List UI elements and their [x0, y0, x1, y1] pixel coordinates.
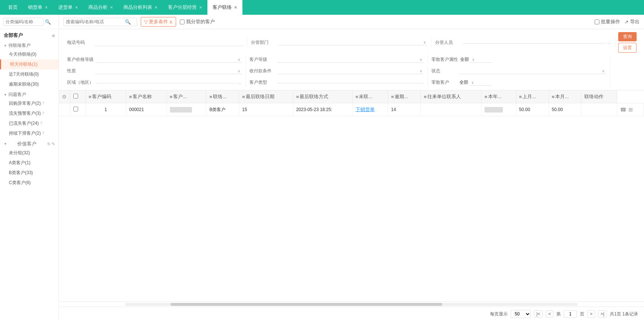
filter-select-customer-type[interactable]: [277, 82, 424, 83]
sidebar-item-declining[interactable]: 持续下滑客户(2) ?: [0, 128, 59, 138]
filter-cell-scatter: 零散客户 全部 ∨: [428, 78, 610, 87]
nav-customer-contact[interactable]: 客户联络 ✕: [207, 0, 242, 15]
sidebar-all-customers[interactable]: 全部客户 «: [0, 29, 59, 40]
close-goods-list-icon[interactable]: ✕: [154, 5, 158, 10]
region-ellipsis[interactable]: …: [238, 80, 242, 84]
cell-this-month: [581, 103, 617, 116]
filter-select-price-grade[interactable]: ∨: [96, 57, 242, 63]
first-page-button[interactable]: |<: [534, 310, 543, 318]
cell-settings: [59, 103, 70, 116]
cell-name[interactable]: [167, 103, 206, 116]
scrollbar-thumb[interactable]: [171, 303, 442, 306]
row-checkbox[interactable]: [73, 107, 78, 111]
settings-icon[interactable]: ⚙: [62, 94, 67, 100]
nav-goods-list[interactable]: 商品分析列表 ✕: [118, 0, 163, 15]
batch-op-checkbox[interactable]: [595, 20, 599, 24]
filter-cell-grade: 客户等级 ∨: [246, 55, 428, 64]
filter-select-status[interactable]: ∨: [459, 68, 606, 74]
filter-label-payment: 收付款条件: [249, 68, 275, 74]
filter-select-scatter[interactable]: ∨: [470, 80, 492, 86]
cell-this-year: 50.00: [516, 103, 549, 116]
chevron-down-icon-7: ∨: [602, 69, 605, 73]
chevron-down-icon-3: ∨: [420, 58, 422, 62]
next-page-button[interactable]: >: [587, 310, 595, 318]
filter-select-payment[interactable]: ∨: [277, 68, 424, 74]
col-header-contact-count: ≡联络...: [206, 90, 239, 103]
filter-icon: ▽: [144, 19, 148, 25]
toolbar-search-icon[interactable]: 🔍: [125, 19, 131, 25]
filter-panel: 电话号码 分管部门 ∨ 分管人员 …: [59, 29, 644, 90]
sidebar-item-churn-warn[interactable]: 流失预警客户(3) ?: [0, 108, 59, 118]
filter-label-price-grade: 客户价格等级: [67, 56, 94, 63]
sidebar-item-week7[interactable]: 近7天待联络(0): [0, 69, 59, 79]
query-button[interactable]: 查询: [618, 32, 637, 41]
sidebar-item-today[interactable]: 今天待联络(0): [0, 49, 59, 59]
sidebar-item-tomorrow[interactable]: 明天待联络(1): [0, 59, 59, 69]
filter-row-2: 客户价格等级 ∨ 客户等级 ∨ 零散客户属性 全部: [63, 55, 640, 64]
filter-select-grade[interactable]: ∨: [277, 57, 424, 63]
scrollbar-track[interactable]: [125, 303, 578, 306]
filter-select-dept[interactable]: ∨: [279, 39, 427, 45]
filter-label-scatter-attr: 零散客户属性: [431, 56, 458, 63]
collapse-icon[interactable]: «: [52, 32, 55, 38]
filter-select-region[interactable]: [96, 82, 237, 83]
nav-customer-tier[interactable]: 客户分层经营 ✕: [163, 0, 207, 15]
sidebar-search-input[interactable]: [3, 18, 43, 26]
last-page-button[interactable]: >|: [598, 310, 607, 318]
col-header-this-month: ≡本月...: [549, 90, 581, 103]
toolbar-search-input[interactable]: [66, 19, 125, 24]
per-page-select[interactable]: 50 100 200: [511, 310, 531, 318]
customer-table: ⚙ ≡客户编码 ≡客户名称 ≡客户... ≡联络...: [59, 90, 644, 116]
col-checkbox: [70, 90, 85, 103]
sidebar-item-class-b[interactable]: B类客户(33): [0, 168, 59, 178]
sidebar-search-icon[interactable]: 🔍: [45, 19, 51, 25]
chevron-down-icon-5: ∨: [238, 69, 240, 73]
sidebar-item-class-a[interactable]: A类客户(1): [0, 158, 59, 168]
sidebar-item-ungrouped[interactable]: 未分组(32): [0, 148, 59, 158]
filter-cell-scatter-attr: 零散客户属性 全部 ∨: [428, 55, 610, 64]
close-goods-analysis-icon[interactable]: ✕: [110, 5, 113, 10]
filter-cell-status: 状态 ∨: [428, 66, 610, 76]
page-number-input[interactable]: [564, 310, 577, 318]
select-all-checkbox[interactable]: [73, 94, 78, 99]
close-sales-icon[interactable]: ✕: [45, 5, 48, 10]
filter-row-4: 区域（地区） … 客户类型 零散客户 全部 ∨: [63, 78, 640, 87]
close-customer-tier-icon[interactable]: ✕: [199, 5, 202, 10]
filter-label-scatter: 零散客户: [431, 79, 457, 86]
filter-cell-region: 区域（地区） …: [63, 78, 246, 87]
col-header-contact-person: ≡往来单位联系人: [421, 90, 482, 103]
main-layout: 🔍 全部客户 « 待联络客户 今天待联络(0) 明天待联络(1) 近7天待联络(…: [0, 15, 644, 321]
prev-page-button[interactable]: <: [546, 310, 553, 318]
close-purchase-icon[interactable]: ✕: [75, 5, 78, 10]
col-header-last-month: ≡上月...: [516, 90, 549, 103]
set-button[interactable]: 设置: [618, 43, 637, 53]
sidebar-item-class-c[interactable]: C类客户(6): [0, 178, 59, 188]
more-action-icon[interactable]: ⊞: [629, 107, 633, 113]
cell-contact-count: 15: [239, 103, 293, 116]
filter-select-person[interactable]: [463, 42, 606, 44]
cell-last-method[interactable]: 下销货单: [352, 103, 388, 116]
person-ellipsis[interactable]: …: [608, 41, 611, 45]
my-customers-checkbox[interactable]: [180, 20, 185, 24]
nav-purchase[interactable]: 进货单 ✕: [53, 0, 83, 15]
nav-goods-analysis[interactable]: 商品分析 ✕: [83, 0, 118, 15]
sidebar-item-overdue[interactable]: 逾期未联络(30): [0, 79, 59, 89]
nav-sales[interactable]: 销货单 ✕: [23, 0, 53, 15]
export-button[interactable]: ↗ 导出: [624, 18, 640, 25]
contact-action-icon[interactable]: ☎: [620, 107, 626, 113]
col-settings[interactable]: ⚙: [59, 90, 70, 103]
cell-contact-person: [481, 103, 516, 116]
sidebar-item-repurchase[interactable]: 回购异常客户(2) ?: [0, 99, 59, 108]
filter-select-scatter-attr[interactable]: ∨: [470, 57, 493, 63]
nav-home[interactable]: 首页: [3, 0, 23, 15]
sidebar-item-churned[interactable]: 已流失客户(24) ?: [0, 118, 59, 128]
close-customer-contact-icon[interactable]: ✕: [234, 5, 237, 10]
filter-select-nature[interactable]: ∨: [95, 68, 242, 74]
export-icon: ↗: [624, 19, 629, 25]
filter-input-phone[interactable]: [95, 39, 243, 46]
more-filters-button[interactable]: ▽ 更多条件 ∧: [141, 17, 176, 27]
batch-op-button[interactable]: 批量操作: [595, 18, 620, 25]
page-label: 第: [556, 311, 561, 317]
chevron-down-icon-6: ∨: [420, 69, 422, 73]
my-customers-checkbox-area[interactable]: 我分管的客户: [180, 18, 215, 25]
